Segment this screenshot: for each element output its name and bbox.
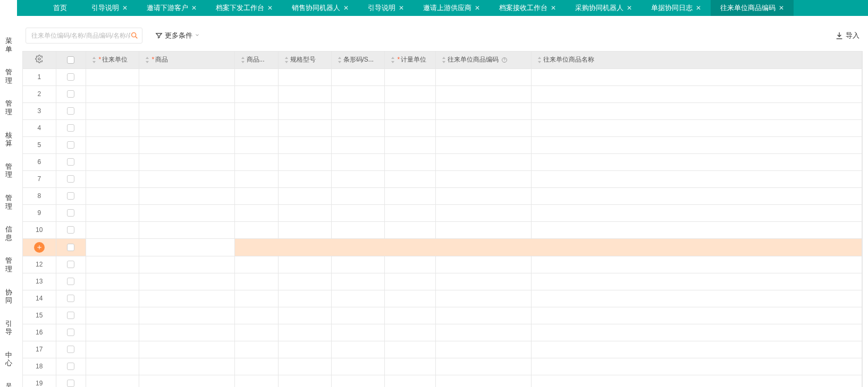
table-cell[interactable]	[531, 375, 862, 387]
header-checkbox[interactable]	[56, 51, 86, 68]
table-row[interactable]: 19	[23, 375, 862, 387]
table-row[interactable]: 18	[23, 358, 862, 375]
table-cell[interactable]	[278, 341, 331, 358]
table-cell[interactable]	[331, 324, 384, 341]
table-cell[interactable]	[278, 136, 331, 153]
table-cell[interactable]	[531, 119, 862, 136]
table-cell[interactable]	[234, 102, 278, 119]
row-checkbox[interactable]	[67, 261, 74, 268]
export-button[interactable]: 导入	[835, 31, 859, 40]
sort-icon[interactable]	[284, 57, 289, 63]
header-col-unit-prod-code[interactable]: 往来单位商品编码	[435, 51, 531, 68]
table-cell[interactable]	[435, 273, 531, 290]
table-cell[interactable]	[531, 221, 862, 238]
table-cell[interactable]	[139, 358, 234, 375]
table-cell[interactable]	[278, 256, 331, 273]
table-row[interactable]: 3	[23, 102, 862, 119]
row-checkbox[interactable]	[67, 124, 74, 132]
table-cell[interactable]	[384, 119, 435, 136]
row-checkbox[interactable]	[67, 363, 74, 370]
table-cell[interactable]	[435, 307, 531, 324]
sidebar-item-7[interactable]: 管理	[0, 249, 17, 280]
table-row[interactable]: 7	[23, 170, 862, 187]
table-cell[interactable]	[331, 68, 384, 85]
row-checkbox[interactable]	[67, 90, 74, 98]
table-cell[interactable]	[531, 273, 862, 290]
table-cell[interactable]	[331, 204, 384, 221]
table-cell[interactable]	[86, 119, 139, 136]
table-cell[interactable]	[531, 358, 862, 375]
table-row[interactable]: 16	[23, 324, 862, 341]
table-cell[interactable]	[531, 170, 862, 187]
table-cell[interactable]	[331, 290, 384, 307]
table-cell[interactable]	[278, 204, 331, 221]
row-checkbox[interactable]	[67, 226, 74, 234]
table-cell[interactable]	[234, 221, 278, 238]
table-cell[interactable]	[139, 324, 234, 341]
table-cell[interactable]	[331, 85, 384, 102]
table-cell[interactable]	[331, 170, 384, 187]
table-row[interactable]: 12	[23, 256, 862, 273]
table-row[interactable]: ＋	[23, 238, 862, 256]
sort-icon[interactable]	[91, 57, 97, 63]
table-cell[interactable]	[86, 358, 139, 375]
close-icon[interactable]: ✕	[696, 4, 701, 12]
table-cell[interactable]	[531, 153, 862, 170]
header-col-product-short[interactable]: 商品...	[234, 51, 278, 68]
table-cell[interactable]	[139, 85, 234, 102]
table-cell[interactable]	[278, 307, 331, 324]
table-cell[interactable]	[331, 307, 384, 324]
table-cell[interactable]	[435, 119, 531, 136]
table-cell[interactable]	[139, 221, 234, 238]
header-col-barcode[interactable]: 条形码/S...	[331, 51, 384, 68]
table-cell[interactable]	[384, 273, 435, 290]
row-checkbox[interactable]	[67, 380, 74, 387]
sidebar-item-3[interactable]: 核算	[0, 124, 17, 155]
header-settings[interactable]	[23, 51, 56, 68]
close-icon[interactable]: ✕	[627, 4, 632, 12]
table-row[interactable]: 8	[23, 187, 862, 204]
table-cell[interactable]	[531, 136, 862, 153]
table-cell[interactable]	[139, 102, 234, 119]
table-cell[interactable]	[435, 170, 531, 187]
table-cell[interactable]	[531, 341, 862, 358]
table-cell[interactable]	[278, 290, 331, 307]
sort-icon[interactable]	[240, 57, 246, 63]
table-cell[interactable]	[139, 136, 234, 153]
table-cell[interactable]	[139, 119, 234, 136]
table-cell[interactable]	[139, 307, 234, 324]
tab-3[interactable]: 档案下发工作台✕	[206, 0, 282, 16]
row-checkbox[interactable]	[67, 295, 74, 302]
table-cell[interactable]	[331, 221, 384, 238]
table-cell[interactable]	[234, 273, 278, 290]
table-row[interactable]: 6	[23, 153, 862, 170]
table-cell[interactable]	[86, 153, 139, 170]
table-cell[interactable]	[435, 136, 531, 153]
table-cell[interactable]	[234, 187, 278, 204]
table-cell[interactable]	[278, 119, 331, 136]
close-icon[interactable]: ✕	[343, 4, 349, 12]
table-cell[interactable]	[139, 256, 234, 273]
active-cell-unit-input[interactable]	[86, 238, 146, 256]
table-cell[interactable]	[331, 256, 384, 273]
table-cell[interactable]	[435, 85, 531, 102]
table-cell[interactable]	[234, 307, 278, 324]
table-cell[interactable]	[384, 341, 435, 358]
table-cell[interactable]	[234, 324, 278, 341]
table-cell[interactable]	[234, 375, 278, 387]
table-cell[interactable]	[278, 358, 331, 375]
table-cell[interactable]	[234, 153, 278, 170]
table-cell[interactable]	[86, 256, 139, 273]
table-cell[interactable]	[384, 187, 435, 204]
table-cell[interactable]	[435, 358, 531, 375]
header-col-unit-prod-name[interactable]: 往来单位商品名称	[531, 51, 862, 68]
table-row[interactable]: 17	[23, 341, 862, 358]
table-cell[interactable]	[139, 204, 234, 221]
close-icon[interactable]: ✕	[399, 4, 404, 12]
sidebar-item-1[interactable]: 管理	[0, 61, 17, 92]
table-cell[interactable]	[331, 153, 384, 170]
sidebar-item-6[interactable]: 信息	[0, 218, 17, 249]
tab-4[interactable]: 销售协同机器人✕	[282, 0, 358, 16]
table-cell[interactable]	[531, 68, 862, 85]
table-cell[interactable]	[86, 307, 139, 324]
